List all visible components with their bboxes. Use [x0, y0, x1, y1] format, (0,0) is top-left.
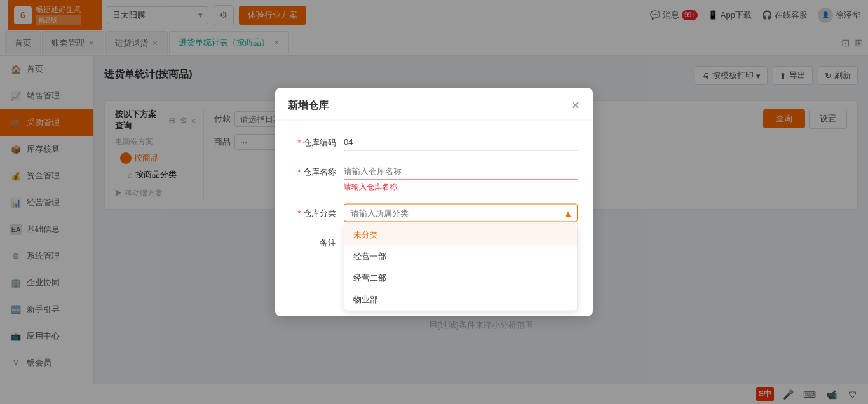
category-select-wrapper: ▲ 未分类 经营一部 经营二部 物业部 — [344, 204, 578, 222]
name-input[interactable] — [344, 163, 578, 180]
form-row-category: 仓库分类 ▲ 未分类 经营一部 经营二部 物业部 — [290, 204, 578, 222]
new-warehouse-modal: 新增仓库 ✕ 仓库编码 仓库名称 请输入仓库名称 仓库分类 ▲ — [275, 88, 593, 316]
dropdown-item-3[interactable]: 物业部 — [344, 289, 577, 311]
category-label: 仓库分类 — [290, 204, 336, 219]
modal-header: 新增仓库 ✕ — [275, 88, 593, 121]
form-row-code: 仓库编码 — [290, 133, 578, 151]
dropdown-item-0[interactable]: 未分类 — [344, 224, 577, 246]
modal-body: 仓库编码 仓库名称 请输入仓库名称 仓库分类 ▲ 未分类 经营一 — [275, 121, 593, 278]
dropdown-item-2[interactable]: 经营二部 — [344, 267, 577, 289]
code-label: 仓库编码 — [290, 133, 336, 149]
modal-title: 新增仓库 — [288, 98, 329, 112]
name-label: 仓库名称 — [290, 163, 336, 178]
modal-close-button[interactable]: ✕ — [571, 98, 580, 112]
dropdown-item-1[interactable]: 经营一部 — [344, 246, 577, 267]
category-dropdown: 未分类 经营一部 经营二部 物业部 — [344, 224, 578, 311]
note-label: 备注 — [290, 234, 336, 249]
form-row-name: 仓库名称 请输入仓库名称 — [290, 163, 578, 192]
name-error-msg: 请输入仓库名称 — [344, 182, 578, 192]
category-input[interactable] — [344, 204, 578, 222]
code-input[interactable] — [344, 133, 578, 151]
